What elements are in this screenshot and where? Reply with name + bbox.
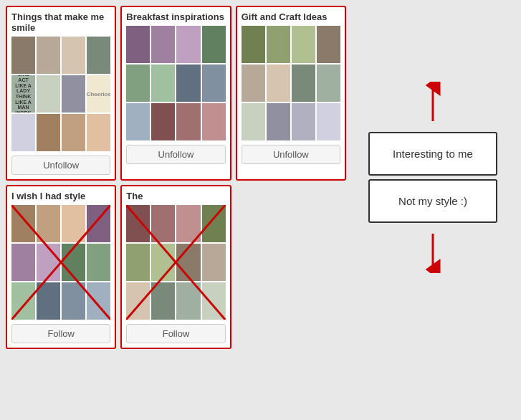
img-cell xyxy=(126,282,150,320)
img-cell xyxy=(37,205,60,242)
img-cell xyxy=(11,37,35,74)
img-cell xyxy=(11,282,35,320)
img-cell xyxy=(242,103,265,140)
img-cell xyxy=(87,244,110,281)
board-title-5: The xyxy=(126,191,225,201)
empty-cell xyxy=(236,185,346,349)
unfollow-button-1[interactable]: Unfollow xyxy=(11,156,110,175)
img-cell xyxy=(176,205,200,242)
image-grid-4 xyxy=(11,205,110,320)
main-layout: Things that make me smile LOOK LIKE A GI… xyxy=(0,0,521,355)
img-cell xyxy=(37,37,60,74)
img-cell xyxy=(37,244,60,281)
img-cell xyxy=(62,114,85,151)
img-cell xyxy=(292,65,315,102)
img-cell xyxy=(176,244,200,281)
board-card-2: Breakfast inspirations Unfollow xyxy=(120,6,231,181)
img-cell xyxy=(151,65,175,102)
img-cell xyxy=(202,103,226,140)
img-cell xyxy=(87,114,110,151)
img-cell xyxy=(202,282,226,320)
img-cell xyxy=(62,75,85,113)
img-cell xyxy=(87,205,110,242)
img-cell: Cheerios xyxy=(87,75,110,113)
img-cell xyxy=(317,26,340,63)
img-cell xyxy=(126,205,150,242)
img-cell xyxy=(87,37,110,74)
img-cell xyxy=(126,65,150,102)
img-cell xyxy=(126,26,150,63)
img-cell: LOOK LIKE A GIRL ACT LIKE A LADY THINK L… xyxy=(11,75,35,113)
img-cell xyxy=(242,26,265,63)
board-card-4: I wish I had style Follow xyxy=(6,185,116,349)
img-cell xyxy=(87,282,110,320)
img-cell xyxy=(151,26,175,63)
img-cell xyxy=(151,282,175,320)
interesting-option[interactable]: Interesting to me xyxy=(368,132,497,176)
board-card-1: Things that make me smile LOOK LIKE A GI… xyxy=(6,6,116,181)
img-cell xyxy=(202,244,226,281)
img-cell xyxy=(37,282,60,320)
img-cell xyxy=(267,103,290,140)
img-cell xyxy=(11,114,35,151)
img-cell xyxy=(202,65,226,102)
img-cell xyxy=(151,244,175,281)
follow-button-4[interactable]: Follow xyxy=(11,324,110,343)
image-grid-1: LOOK LIKE A GIRL ACT LIKE A LADY THINK L… xyxy=(11,37,110,151)
board-title-3: Gift and Craft Ideas xyxy=(242,11,340,22)
img-cell xyxy=(292,103,315,140)
arrow-up-icon xyxy=(419,82,447,125)
image-grid-3 xyxy=(242,26,340,140)
image-grid-5 xyxy=(126,205,225,320)
right-panel: Interesting to me Not my style :) xyxy=(350,6,515,349)
image-grid-2 xyxy=(126,26,225,140)
img-cell xyxy=(37,114,60,151)
board-title-4: I wish I had style xyxy=(11,191,110,201)
unfollow-button-3[interactable]: Unfollow xyxy=(242,145,340,164)
img-cell xyxy=(267,65,290,102)
unfollow-button-2[interactable]: Unfollow xyxy=(126,145,225,164)
img-cell xyxy=(292,26,315,63)
board-title-2: Breakfast inspirations xyxy=(126,11,225,22)
img-cell xyxy=(151,103,175,140)
img-cell xyxy=(126,244,150,281)
img-cell xyxy=(242,65,265,102)
arrow-down-icon xyxy=(419,230,447,273)
img-cell xyxy=(176,26,200,63)
img-cell xyxy=(37,75,60,113)
img-cell xyxy=(202,205,226,242)
img-cell xyxy=(126,103,150,140)
img-cell xyxy=(11,205,35,242)
board-card-5: The Follow xyxy=(120,185,231,349)
img-cell xyxy=(176,65,200,102)
img-cell xyxy=(62,205,85,242)
img-cell xyxy=(62,282,85,320)
img-cell xyxy=(151,205,175,242)
img-cell xyxy=(267,26,290,63)
board-title-1: Things that make me smile xyxy=(11,11,110,33)
not-style-option[interactable]: Not my style :) xyxy=(368,179,497,223)
img-cell xyxy=(176,282,200,320)
img-cell xyxy=(317,103,340,140)
follow-button-5[interactable]: Follow xyxy=(126,324,225,343)
img-cell xyxy=(62,244,85,281)
img-cell xyxy=(202,26,226,63)
img-cell xyxy=(176,103,200,140)
board-card-3: Gift and Craft Ideas Unfollow xyxy=(236,6,346,181)
img-cell xyxy=(11,244,35,281)
img-cell xyxy=(62,37,85,74)
img-cell xyxy=(317,65,340,102)
